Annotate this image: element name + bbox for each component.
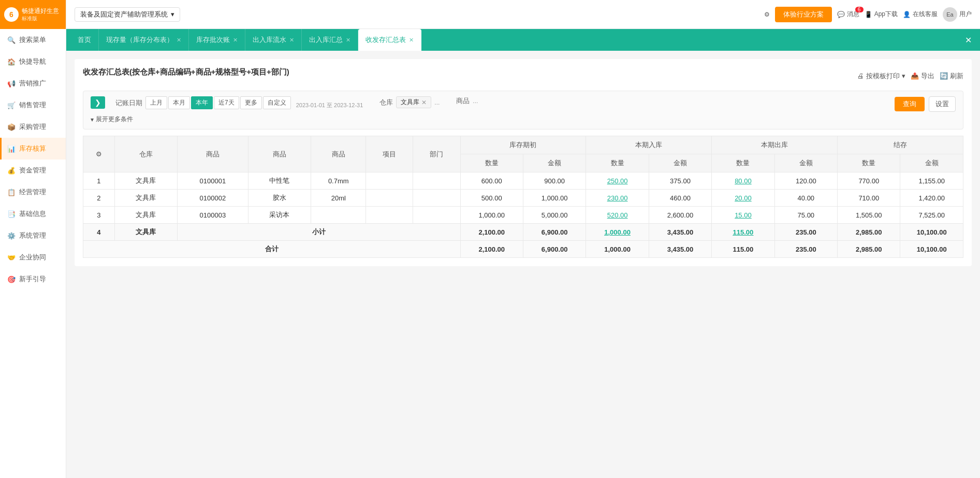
warehouse-filter-label: 仓库 <box>379 98 393 107</box>
search-icon: 🔍 <box>7 35 16 45</box>
download-icon: 📱 <box>865 11 872 18</box>
warehouse-more-btn[interactable]: ... <box>434 99 440 106</box>
tab-close-inventory-dist[interactable]: ✕ <box>177 37 181 44</box>
app-download-action[interactable]: 📱 App下载 <box>865 10 898 19</box>
sidebar-item-marketing[interactable]: 📢营销推广 <box>0 73 66 94</box>
tab-inout-flow[interactable]: 出入库流水 ✕ <box>245 29 302 51</box>
tab-close-batch-ledger[interactable]: ✕ <box>233 37 238 44</box>
subtotal-open-amt: 6,900.00 <box>523 224 586 241</box>
th-bal-qty: 数量 <box>838 154 900 172</box>
tab-close-inout-flow[interactable]: ✕ <box>289 37 294 44</box>
cell-bal-qty-2: 1,505.00 <box>838 207 900 224</box>
sidebar-item-finance[interactable]: 💰资金管理 <box>0 160 66 181</box>
inventory-icon: 📊 <box>7 144 16 153</box>
date-btn-更多[interactable]: 更多 <box>240 96 262 109</box>
cell-in-qty-1[interactable]: 230.00 <box>586 190 649 207</box>
th-goods-spec: 商品 <box>311 136 366 172</box>
subtotal-label: 小计 <box>178 224 460 241</box>
sidebar-item-sales[interactable]: 🛒销售管理 <box>0 94 66 116</box>
sidebar-item-operations[interactable]: 📋经营管理 <box>0 181 66 203</box>
subtotal-in-qty[interactable]: 1,000.00 <box>586 224 649 241</box>
subtotal-open-qty: 2,100.00 <box>460 224 523 241</box>
tab-home[interactable]: 首页 <box>70 29 99 51</box>
th-in-qty: 数量 <box>586 154 649 172</box>
cell-code-0: 0100001 <box>178 172 248 190</box>
cell-in-amt-1: 460.00 <box>649 190 711 207</box>
top-header: 装备及固定资产辅助管理系统 ▾ ⚙ 体验行业方案 💬 消息 6 📱 App下载 … <box>66 0 980 29</box>
message-icon: 💬 <box>837 11 845 18</box>
sidebar-item-enterprise[interactable]: 🤝企业协同 <box>0 247 66 268</box>
goods-more-btn[interactable]: ... <box>473 97 478 105</box>
sidebar-item-system[interactable]: ⚙️系统管理 <box>0 225 66 247</box>
system-selector[interactable]: 装备及固定资产辅助管理系统 ▾ <box>75 7 180 22</box>
finance-icon: 💰 <box>7 166 16 175</box>
print-button[interactable]: 🖨 按模板打印 ▾ <box>857 71 905 81</box>
cell-spec-2 <box>311 207 366 224</box>
service-icon: 👤 <box>903 11 911 18</box>
subtotal-bal-amt: 10,100.00 <box>900 224 963 241</box>
table-row: 2 文具库 0100002 胶水 20ml 500.00 1,000.00 23… <box>83 190 963 207</box>
total-in-amt: 3,435.00 <box>649 241 711 258</box>
subtotal-out-qty[interactable]: 115.00 <box>712 224 774 241</box>
tab-inout-summary[interactable]: 出入库汇总 ✕ <box>302 29 358 51</box>
total-open-amt: 6,900.00 <box>523 241 586 258</box>
print-icon: 🖨 <box>857 72 864 80</box>
cell-out-amt-1: 40.00 <box>774 190 837 207</box>
refresh-button[interactable]: 🔄 刷新 <box>940 71 963 81</box>
quick-nav-icon: 🏠 <box>7 57 16 66</box>
th-settings: ⚙ <box>83 136 115 172</box>
warehouse-tag-close[interactable]: ✕ <box>421 99 427 106</box>
cell-bal-amt-0: 1,155.00 <box>900 172 963 190</box>
tab-batch-ledger[interactable]: 库存批次账 ✕ <box>189 29 245 51</box>
cell-out-qty-2[interactable]: 15.00 <box>712 207 774 224</box>
tab-close-receive-summary[interactable]: ✕ <box>409 37 414 44</box>
tab-bar: 首页现存量（库存分布表） ✕库存批次账 ✕出入库流水 ✕出入库汇总 ✕收发存汇总… <box>66 29 980 51</box>
sidebar-item-label: 库存核算 <box>19 144 46 153</box>
cell-project-0 <box>366 172 413 190</box>
message-action[interactable]: 💬 消息 6 <box>837 10 859 19</box>
sidebar-item-purchase[interactable]: 📦采购管理 <box>0 116 66 138</box>
date-btn-近7天[interactable]: 近7天 <box>214 96 239 109</box>
cell-out-qty-1[interactable]: 20.00 <box>712 190 774 207</box>
sidebar-item-search[interactable]: 🔍搜索菜单 <box>0 29 66 51</box>
sidebar-item-inventory[interactable]: 📊库存核算 <box>0 138 66 160</box>
warehouse-tag[interactable]: 文具库 ✕ <box>396 96 431 108</box>
filter-setting-button[interactable]: 设置 <box>929 96 956 112</box>
th-in-group: 本期入库 <box>586 136 712 154</box>
cell-open-amt-1: 1,000.00 <box>523 190 586 207</box>
online-service-action[interactable]: 👤 在线客服 <box>903 10 938 19</box>
sidebar-item-label: 资金管理 <box>19 166 46 175</box>
tab-receive-summary[interactable]: 收发存汇总表 ✕ <box>358 29 421 51</box>
purchase-icon: 📦 <box>7 122 16 132</box>
tab-bar-close-all[interactable]: ✕ <box>961 35 976 45</box>
date-btn-本年[interactable]: 本年 <box>191 96 213 109</box>
date-btn-本月[interactable]: 本月 <box>168 96 190 109</box>
sidebar-item-guide[interactable]: 🎯新手引导 <box>0 268 66 290</box>
sidebar-item-label: 采购管理 <box>19 122 46 132</box>
export-button[interactable]: 📤 导出 <box>911 71 934 81</box>
cell-warehouse-2: 文具库 <box>114 207 177 224</box>
cell-out-qty-0[interactable]: 80.00 <box>712 172 774 190</box>
date-btn-自定义[interactable]: 自定义 <box>263 96 291 109</box>
query-button[interactable]: 查询 <box>895 97 925 111</box>
th-out-group: 本期出库 <box>712 136 838 154</box>
sidebar-item-quick-nav[interactable]: 🏠快捷导航 <box>0 51 66 73</box>
collapse-button[interactable]: ❯ <box>91 96 105 109</box>
dropdown-icon: ▾ <box>171 10 174 18</box>
sidebar-logo: 6 畅捷通好生意 标准版 <box>0 0 66 29</box>
tab-close-inout-summary[interactable]: ✕ <box>346 37 350 44</box>
cell-in-qty-0[interactable]: 250.00 <box>586 172 649 190</box>
settings-action[interactable]: ⚙ <box>764 11 770 18</box>
cell-in-qty-2[interactable]: 520.00 <box>586 207 649 224</box>
user-action[interactable]: Ea 用户 <box>943 7 972 22</box>
cell-open-qty-1: 500.00 <box>460 190 523 207</box>
trial-button[interactable]: 体验行业方案 <box>775 7 832 22</box>
cell-code-2: 0100003 <box>178 207 248 224</box>
subtotal-row: 4 文具库 小计 2,100.00 6,900.00 1,000.00 3,43… <box>83 224 963 241</box>
goods-filter-label: 商品 <box>456 96 470 106</box>
th-open-amt: 金额 <box>523 154 586 172</box>
expand-conditions-button[interactable]: ▾ 展开更多条件 <box>91 115 133 124</box>
sidebar-item-basic-info[interactable]: 📑基础信息 <box>0 203 66 225</box>
date-btn-上月[interactable]: 上月 <box>145 96 167 109</box>
tab-inventory-dist[interactable]: 现存量（库存分布表） ✕ <box>99 29 189 51</box>
